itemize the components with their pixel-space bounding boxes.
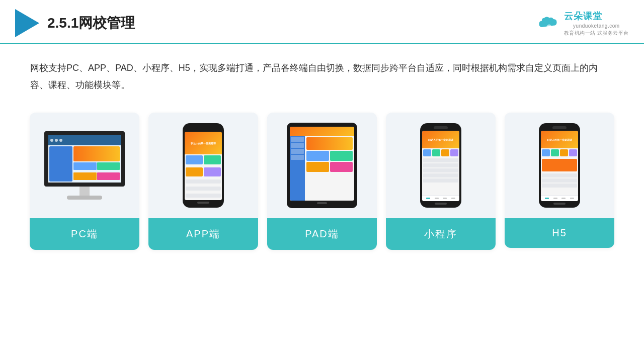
h5-header: 职达人的第一堂刷题课 [541, 131, 578, 148]
miniapp-list [423, 158, 458, 183]
miniapp-bottom-bar [422, 195, 459, 201]
page-title: 2.5.1网校管理 [47, 14, 135, 33]
tablet-header [290, 127, 354, 136]
header-right: 云朵课堂 yunduoketang.com 教育机构一站 式服务云平台 [536, 10, 629, 37]
h5-phone-mockup: 职达人的第一堂刷题课 [539, 123, 580, 208]
platform-cards: PC端 职达人的第一堂刷题课 [0, 99, 644, 265]
pad-card: PAD端 [267, 113, 377, 250]
miniapp-header-text: 职达人的第一堂刷题课 [428, 138, 453, 141]
tablet-main [305, 136, 354, 201]
phone-home-btn [197, 202, 209, 204]
tablet-body [290, 136, 354, 201]
brand-name-group: 云朵课堂 yunduoketang.com 教育机构一站 式服务云平台 [564, 10, 629, 37]
app-card: 职达人的第一堂刷题课 APP端 [148, 113, 258, 250]
h5-screen: 职达人的第一堂刷题课 [541, 131, 578, 201]
header-left: 2.5.1网校管理 [15, 9, 135, 37]
brand-tagline: 教育机构一站 式服务云平台 [564, 30, 629, 37]
miniapp-card: 职达人的第一堂刷题课 [386, 113, 496, 250]
miniapp-header: 职达人的第一堂刷题课 [422, 131, 459, 148]
tablet-home-row [317, 202, 327, 204]
miniapp-notch [434, 126, 448, 129]
miniapp-icons-row [423, 149, 458, 156]
tablet-home-btn [317, 202, 327, 204]
app-label: APP端 [148, 218, 258, 250]
brand-name: 云朵课堂 [564, 10, 629, 22]
miniapp-chin [435, 203, 447, 205]
h5-label: H5 [505, 218, 614, 248]
miniapp-label: 小程序 [386, 218, 496, 250]
pad-image-area [267, 113, 377, 218]
app-screen-body [185, 154, 222, 200]
h5-header-text: 职达人的第一堂刷题课 [547, 138, 572, 141]
h5-list [542, 173, 577, 188]
h5-card: 职达人的第一堂刷题课 [505, 113, 614, 248]
miniapp-image-area: 职达人的第一堂刷题课 [386, 113, 496, 218]
tablet-sidebar [290, 136, 305, 201]
header: 2.5.1网校管理 云朵课堂 yunduoketang.com 教育机构一站 式… [0, 0, 644, 44]
pad-label: PAD端 [267, 218, 377, 250]
h5-notch [552, 126, 567, 129]
h5-bottom-bar [541, 195, 578, 201]
logo-triangle-icon [15, 9, 39, 37]
h5-chin [553, 203, 566, 205]
cloud-icon [536, 15, 560, 31]
pc-monitor-mockup [44, 131, 125, 200]
brand-domain: yunduoketang.com [564, 23, 629, 29]
h5-icons-row [542, 149, 577, 156]
h5-body [541, 148, 578, 195]
miniapp-body [422, 148, 459, 195]
phone-notch [196, 127, 210, 130]
miniapp-phone-mockup: 职达人的第一堂刷题课 [420, 123, 461, 208]
h5-image-area: 职达人的第一堂刷题课 [505, 113, 614, 218]
app-phone-mockup: 职达人的第一堂刷题课 [183, 123, 224, 208]
pc-image-area [30, 113, 139, 218]
app-phone-screen: 职达人的第一堂刷题课 [185, 132, 222, 200]
brand-logo: 云朵课堂 yunduoketang.com 教育机构一站 式服务云平台 [536, 10, 629, 37]
tablet-screen [290, 127, 354, 201]
app-screen-header: 职达人的第一堂刷题课 [185, 132, 222, 154]
monitor-screen [44, 131, 125, 187]
miniapp-screen: 职达人的第一堂刷题课 [422, 131, 459, 201]
app-image-area: 职达人的第一堂刷题课 [148, 113, 258, 218]
pc-card: PC端 [30, 113, 139, 250]
description-text: 网校支持PC、APP、PAD、小程序、H5，实现多端打通，产品各终端自由切换，数… [0, 44, 644, 99]
tablet-mockup [287, 123, 357, 208]
pc-label: PC端 [30, 218, 139, 250]
h5-promo-banner [542, 159, 577, 171]
